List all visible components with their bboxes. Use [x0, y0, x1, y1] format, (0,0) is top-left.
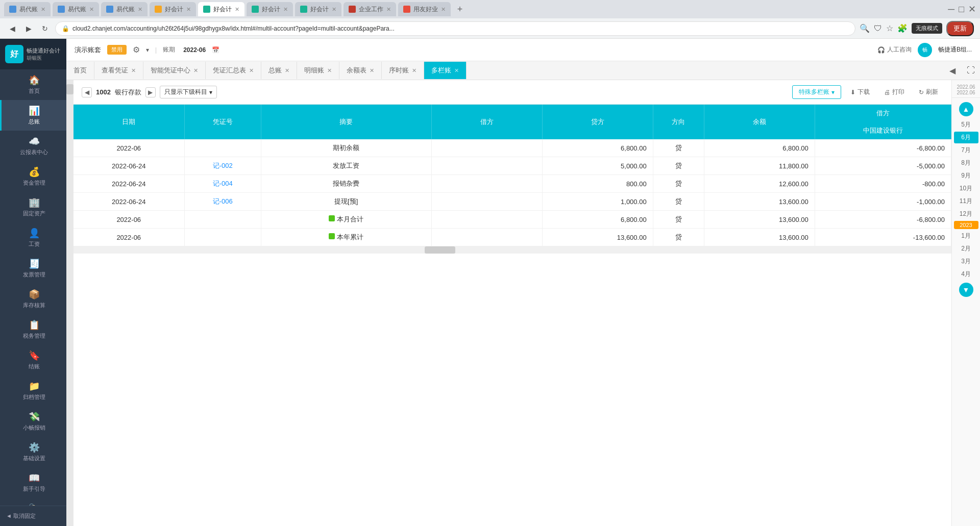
- tab-close-balance[interactable]: ✕: [370, 67, 374, 74]
- month-8[interactable]: 8月: [954, 157, 978, 169]
- browser-tab-2[interactable]: 易代账 ✕: [53, 2, 99, 16]
- sidebar-item-archive[interactable]: 📁 归档管理: [0, 375, 66, 406]
- sidebar-item-guide[interactable]: 📖 新手引导: [0, 467, 66, 498]
- tab-general-ledger[interactable]: 总账 ✕: [261, 62, 297, 79]
- star-icon[interactable]: ☆: [886, 23, 893, 33]
- month-11[interactable]: 11月: [954, 195, 978, 207]
- tab-close-5[interactable]: ✕: [235, 6, 239, 13]
- extension-icon[interactable]: 🧩: [897, 23, 908, 33]
- browser-tab-6[interactable]: 好会计 ✕: [247, 2, 293, 16]
- month-5[interactable]: 5月: [954, 119, 978, 131]
- tab-smart-voucher[interactable]: 智能凭证中心 ✕: [143, 62, 206, 79]
- tab-chronological[interactable]: 序时账 ✕: [382, 62, 424, 79]
- tab-home[interactable]: 首页: [66, 62, 94, 79]
- scroll-up-button[interactable]: ▲: [959, 102, 973, 116]
- browser-tab-9[interactable]: 用友好业 ✕: [398, 2, 451, 16]
- user-avatar[interactable]: 畅: [918, 43, 932, 57]
- consultant-button[interactable]: 🎧 人工咨询: [877, 45, 912, 54]
- sidebar-item-close-books[interactable]: 🔖 结账: [0, 345, 66, 375]
- tab-close-8[interactable]: ✕: [386, 6, 391, 13]
- month-7[interactable]: 7月: [954, 144, 978, 156]
- tab-multi-column[interactable]: 多栏账 ✕: [424, 62, 467, 79]
- cell-voucher-link[interactable]: 记-004: [184, 175, 261, 193]
- month-2-2023[interactable]: 2月: [954, 243, 978, 255]
- download-button[interactable]: ⬇ 下载: [845, 86, 875, 98]
- unpin-button[interactable]: ◄ 取消固定: [4, 510, 62, 522]
- month-12[interactable]: 12月: [954, 208, 978, 220]
- tab-close-4[interactable]: ✕: [186, 6, 191, 13]
- settings-gear-icon[interactable]: ⚙: [133, 45, 140, 55]
- sidebar-item-tax[interactable]: 📋 税务管理: [0, 314, 66, 345]
- tab-detail-ledger[interactable]: 明细账 ✕: [297, 62, 339, 79]
- cell-voucher-link[interactable]: 记-006: [184, 193, 261, 211]
- tab-balance[interactable]: 余额表 ✕: [339, 62, 382, 79]
- tab-close-1[interactable]: ✕: [41, 6, 45, 13]
- tab-close-summary[interactable]: ✕: [249, 67, 254, 74]
- tab-close-3[interactable]: ✕: [138, 6, 142, 13]
- calendar-icon[interactable]: 📅: [212, 46, 219, 54]
- browser-tab-7[interactable]: 好会计 ✕: [295, 2, 341, 16]
- browser-chrome: 易代账 ✕ 易代账 ✕ 易代账 ✕ 好会计 ✕ 好会计 ✕ 好会计 ✕ 好会计 …: [0, 0, 980, 18]
- filter-select[interactable]: 只显示下级科目 ▾: [160, 86, 217, 98]
- scroll-down-button[interactable]: ▼: [959, 283, 973, 297]
- sidebar-item-settings[interactable]: ⚙️ 基础设置: [0, 437, 66, 467]
- shield-icon[interactable]: 🛡: [874, 24, 882, 33]
- tab-voucher-summary[interactable]: 凭证汇总表 ✕: [206, 62, 261, 79]
- maximize-button[interactable]: □: [959, 4, 964, 15]
- month-4-2023[interactable]: 4月: [954, 268, 978, 280]
- browser-tab-5[interactable]: 好会计 ✕: [198, 2, 244, 16]
- horizontal-scrollbar[interactable]: [74, 246, 951, 254]
- tab-close-voucher[interactable]: ✕: [131, 67, 136, 74]
- incognito-button[interactable]: 无痕模式: [912, 23, 942, 34]
- sidebar-item-membership[interactable]: 🏷️ 畅会员: [0, 498, 66, 506]
- browser-tab-1[interactable]: 易代账 ✕: [4, 2, 51, 16]
- refresh-ledger-button[interactable]: ↻ 刷新: [914, 86, 943, 98]
- expand-tab-button[interactable]: ⛶: [962, 61, 980, 80]
- url-bar[interactable]: 🔒 cloud2.chanjet.com/accounting/uh26t264…: [55, 21, 855, 36]
- tab-close-chron[interactable]: ✕: [412, 67, 416, 74]
- sidebar-item-cloud-report[interactable]: ☁️ 云报表中心: [0, 131, 66, 161]
- sidebar-item-home[interactable]: 🏠 首页: [0, 69, 66, 100]
- multi-col-button[interactable]: 特殊多栏账 ▾: [792, 85, 841, 99]
- month-9[interactable]: 9月: [954, 170, 978, 182]
- tab-close-detail[interactable]: ✕: [327, 67, 332, 74]
- tab-close-6[interactable]: ✕: [283, 6, 288, 13]
- browser-tab-3[interactable]: 易代账 ✕: [101, 2, 148, 16]
- collapse-tab-button[interactable]: ◀: [943, 61, 962, 80]
- month-10[interactable]: 10月: [954, 183, 978, 194]
- cell-voucher-link[interactable]: 记-002: [184, 157, 261, 175]
- period-value: 2022-06: [183, 46, 206, 54]
- refresh-button[interactable]: ↻: [39, 22, 51, 35]
- forward-button[interactable]: ▶: [22, 22, 35, 35]
- next-account-button[interactable]: ▶: [145, 87, 156, 97]
- tab-close-smart[interactable]: ✕: [193, 67, 198, 74]
- search-icon[interactable]: 🔍: [860, 23, 870, 33]
- minimize-button[interactable]: ─: [948, 4, 954, 15]
- dropdown-arrow-icon[interactable]: ▾: [146, 46, 149, 54]
- month-1-2023[interactable]: 1月: [954, 230, 978, 242]
- sidebar-item-inventory[interactable]: 📦 库存核算: [0, 284, 66, 314]
- close-window-button[interactable]: ✕: [968, 4, 976, 15]
- month-3-2023[interactable]: 3月: [954, 256, 978, 267]
- print-button[interactable]: 🖨 打印: [879, 86, 910, 98]
- tab-close-7[interactable]: ✕: [332, 6, 336, 13]
- sidebar-item-fixed-assets[interactable]: 🏢 固定资产: [0, 192, 66, 222]
- tab-close-2[interactable]: ✕: [89, 6, 94, 13]
- tab-close-gl[interactable]: ✕: [285, 67, 289, 74]
- prev-account-button[interactable]: ◀: [82, 87, 92, 97]
- sidebar-item-fund[interactable]: 💰 资金管理: [0, 161, 66, 192]
- update-button[interactable]: 更新: [946, 21, 974, 36]
- left-scrollbar[interactable]: [66, 80, 74, 526]
- tab-close-9[interactable]: ✕: [441, 6, 446, 13]
- sidebar-item-payroll[interactable]: 👤 工资: [0, 222, 66, 253]
- tab-voucher[interactable]: 查看凭证 ✕: [94, 62, 143, 79]
- back-button[interactable]: ◀: [6, 22, 18, 35]
- sidebar-item-invoice[interactable]: 🧾 发票管理: [0, 253, 66, 284]
- tab-close-multi[interactable]: ✕: [454, 67, 459, 74]
- new-tab-button[interactable]: +: [453, 2, 467, 16]
- sidebar-item-ledger[interactable]: 📊 总账: [0, 100, 66, 131]
- month-6[interactable]: 6月: [954, 132, 978, 143]
- browser-tab-8[interactable]: 企业工作 ✕: [344, 2, 396, 16]
- sidebar-item-expense[interactable]: 💸 小畅报销: [0, 406, 66, 437]
- browser-tab-4[interactable]: 好会计 ✕: [150, 2, 196, 16]
